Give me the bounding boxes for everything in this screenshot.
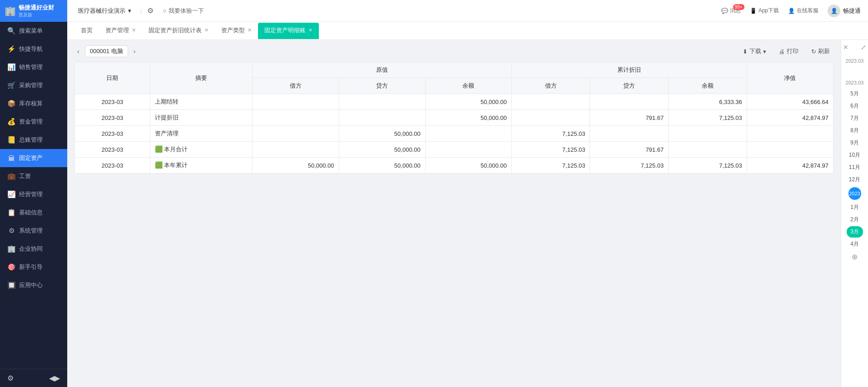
sales-icon: 📊: [7, 63, 15, 71]
row-icon: 🟩: [155, 161, 163, 169]
payroll-icon: 💼: [7, 172, 15, 180]
cell-summary: 资产清理: [150, 126, 253, 142]
sidebar-item-search[interactable]: 🔍 搜索菜单: [0, 22, 67, 40]
timeline-header1: 2023.03: [844, 56, 866, 65]
tab-asset-detail[interactable]: 固定资产明细账 ✕: [258, 23, 319, 39]
cell-orig-credit: 50,000.00: [339, 158, 425, 174]
tab-asset-detail-close[interactable]: ✕: [308, 27, 312, 33]
timeline-close-btn[interactable]: ✕: [843, 44, 848, 51]
sidebar-item-funds[interactable]: 💰 资金管理: [0, 113, 67, 131]
tab-asset-management[interactable]: 资产管理 ✕: [99, 23, 142, 39]
sidebar-item-purchase[interactable]: 🛒 采购管理: [0, 76, 67, 94]
next-arrow[interactable]: ›: [131, 47, 139, 56]
settings-icon[interactable]: ⚙: [147, 6, 154, 15]
refresh-label: 刷新: [818, 47, 830, 55]
cell-summary: 上期结转: [150, 94, 253, 110]
refresh-btn[interactable]: ↻ 刷新: [808, 45, 833, 57]
timeline-month[interactable]: 5月: [847, 88, 863, 99]
timeline-header2: 2023.03: [844, 78, 866, 87]
customer-service-btn[interactable]: 👤 在线客服: [788, 7, 818, 15]
settings-bottom-icon[interactable]: ⚙: [7, 374, 14, 382]
cell-dep-credit: 791.67: [590, 142, 669, 158]
tab-home[interactable]: 首页: [74, 23, 99, 39]
sidebar-item-quick-nav[interactable]: ⚡ 快捷导航: [0, 40, 67, 58]
cell-orig-debit: [253, 110, 339, 126]
sidebar-item-enterprise[interactable]: 🏢 企业协同: [0, 240, 67, 258]
cell-orig-balance: 50,000.00: [425, 94, 511, 110]
sidebar-item-payroll[interactable]: 💼 工资: [0, 167, 67, 185]
cell-dep-debit: 7,125.03: [511, 142, 590, 158]
asset-name: 电脑: [111, 48, 123, 55]
tab-asset-management-label: 资产管理: [105, 26, 129, 35]
user-menu[interactable]: 👤 畅捷通: [828, 5, 861, 17]
company-name: 医疗器械行业演示: [78, 7, 125, 15]
cell-net-value: 42,874.97: [747, 158, 833, 174]
tab-depreciation-stats[interactable]: 固定资产折旧统计表 ✕: [142, 23, 215, 39]
system-icon: ⚙: [7, 227, 15, 235]
timeline-month[interactable]: 12月: [847, 174, 863, 185]
company-selector[interactable]: 医疗器械行业演示 ▾: [74, 5, 135, 17]
timeline-month[interactable]: 7月: [847, 113, 863, 124]
print-btn[interactable]: 🖨 打印: [775, 45, 802, 57]
cell-orig-balance: [425, 126, 511, 142]
timeline-month[interactable]: 2月: [847, 214, 863, 225]
cell-dep-debit: [511, 94, 590, 110]
sidebar-item-basic-info[interactable]: 📋 基础信息: [0, 203, 67, 222]
download-label: 下载: [749, 47, 761, 55]
tab-home-label: 首页: [81, 26, 93, 35]
sidebar-item-system[interactable]: ⚙ 系统管理: [0, 222, 67, 240]
timeline-month[interactable]: 10月: [847, 149, 863, 161]
cell-orig-credit: 50,000.00: [339, 126, 425, 142]
avatar: 👤: [828, 5, 840, 17]
sidebar-label-basic-info: 基础信息: [19, 208, 43, 217]
sidebar-logo: 🏢 畅捷通好业财 普及版: [0, 0, 67, 22]
cell-dep-debit: 7,125.03: [511, 126, 590, 142]
cell-dep-balance: 6,333.36: [669, 94, 747, 110]
cell-orig-credit: 50,000.00: [339, 142, 425, 158]
timeline-expand-btn[interactable]: ⤢: [861, 44, 866, 51]
separator: |: [140, 7, 142, 14]
th-original-value: 原值: [253, 62, 511, 78]
tab-asset-management-close[interactable]: ✕: [132, 27, 136, 33]
sidebar-item-operations[interactable]: 📈 经营管理: [0, 185, 67, 203]
timeline-year-badge[interactable]: 2023: [848, 187, 861, 200]
tab-asset-type[interactable]: 资产类型 ✕: [215, 23, 258, 39]
sidebar-item-inventory[interactable]: 📦 库存核算: [0, 94, 67, 113]
collapse-icon[interactable]: ◀▶: [49, 374, 60, 382]
nav-left: ‹ 000001 电脑 ›: [74, 45, 138, 57]
timeline-scroll-down[interactable]: ⊕: [852, 253, 858, 261]
tab-depreciation-stats-close[interactable]: ✕: [204, 27, 208, 33]
cell-net-value: [747, 142, 833, 158]
sidebar: 🏢 畅捷通好业财 普及版 🔍 搜索菜单 ⚡ 快捷导航 📊 销售管理 🛒 采购管理…: [0, 0, 67, 387]
username: 畅捷通: [843, 7, 861, 15]
timeline-month[interactable]: 11月: [847, 162, 863, 173]
th-summary: 摘要: [150, 62, 253, 94]
cell-summary: 计提折旧: [150, 110, 253, 126]
cell-date: 2023-03: [75, 142, 150, 158]
cell-orig-balance: 50,000.00: [425, 110, 511, 126]
tab-asset-type-close[interactable]: ✕: [248, 27, 252, 33]
th-dep-balance: 余额: [669, 78, 747, 94]
app-download-btn[interactable]: 📱 App下载: [750, 7, 779, 15]
sidebar-item-app-center[interactable]: 🔲 应用中心: [0, 276, 67, 294]
timeline-month[interactable]: 8月: [847, 125, 863, 136]
th-orig-balance: 余额: [425, 78, 511, 94]
table-row: 2023-03 上期结转 50,000.00 6,333.36 43,666.6…: [75, 94, 833, 110]
sidebar-item-guide[interactable]: 🎯 新手引导: [0, 258, 67, 276]
sidebar-item-fixed-assets[interactable]: 🏛 固定资产: [0, 149, 67, 167]
prev-arrow[interactable]: ‹: [74, 47, 82, 56]
sidebar-item-ledger[interactable]: 📒 总账管理: [0, 131, 67, 149]
sidebar-item-sales[interactable]: 📊 销售管理: [0, 58, 67, 76]
message-btn[interactable]: 💬 消息 99+: [721, 7, 741, 15]
timeline-month[interactable]: 4月: [847, 238, 863, 250]
timeline-month[interactable]: 9月: [847, 137, 863, 149]
th-date: 日期: [75, 62, 150, 94]
timeline-month[interactable]: 6月: [847, 100, 863, 112]
timeline-month[interactable]: 1月: [847, 202, 863, 213]
trial-icon: ○: [163, 7, 166, 14]
logo-icon: 🏢: [5, 5, 16, 16]
trial-btn[interactable]: ○ 我要体验一下: [163, 7, 204, 15]
cell-orig-balance: 50,000.00: [425, 158, 511, 174]
timeline-month[interactable]: 3月: [847, 226, 863, 238]
download-btn[interactable]: ⬇ 下载 ▾: [739, 45, 770, 57]
